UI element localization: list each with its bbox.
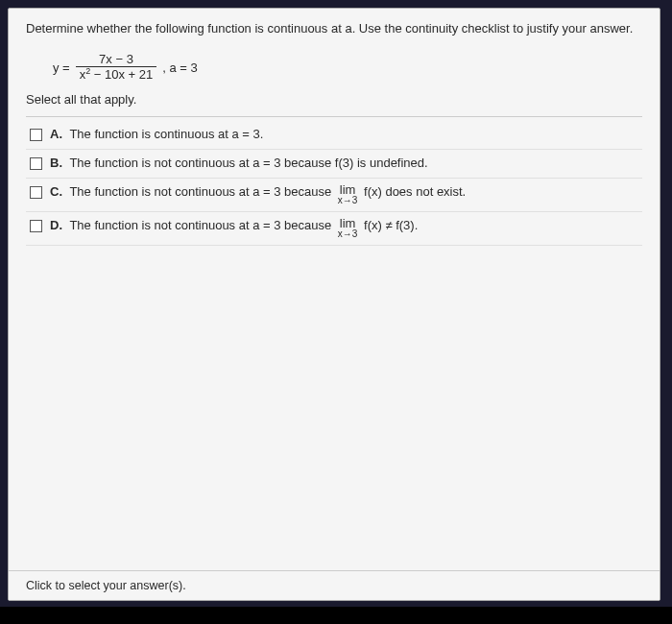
option-d[interactable]: D. The function is not continuous at a =… — [26, 212, 642, 246]
option-a-label: A. — [50, 127, 62, 141]
formula-numerator: 7x − 3 — [95, 53, 137, 66]
checkbox-icon[interactable] — [30, 186, 42, 199]
limit-notation: lim x→3 — [338, 218, 358, 239]
screen-bezel — [0, 607, 672, 624]
checkbox-icon[interactable] — [30, 220, 42, 232]
limit-notation: lim x→3 — [338, 184, 358, 205]
formula: y = 7x − 3 x2 − 10x + 21 , a = 3 — [53, 53, 642, 83]
formula-denominator: x2 − 10x + 21 — [76, 67, 157, 83]
select-all-text: Select all that apply. — [26, 92, 642, 107]
question-panel: Determine whether the following function… — [8, 8, 660, 601]
option-d-post: f(x) ≠ f(3). — [364, 218, 418, 232]
checkbox-icon[interactable] — [30, 157, 42, 170]
footer-instruction: Click to select your answer(s). — [9, 570, 660, 600]
option-c-pre: The function is not continuous at a = 3 … — [69, 184, 334, 199]
option-d-label: D. — [50, 218, 62, 232]
option-b-label: B. — [50, 156, 62, 170]
option-b[interactable]: B. The function is not continuous at a =… — [26, 150, 642, 179]
formula-fraction: 7x − 3 x2 − 10x + 21 — [76, 53, 157, 83]
option-c[interactable]: C. The function is not continuous at a =… — [26, 179, 642, 212]
formula-suffix: , a = 3 — [162, 60, 198, 75]
formula-lhs: y = — [53, 60, 70, 75]
option-b-text: The function is not continuous at a = 3 … — [69, 156, 427, 170]
option-c-post: f(x) does not exist. — [364, 184, 466, 199]
divider — [26, 116, 642, 117]
question-text: Determine whether the following function… — [26, 20, 642, 37]
option-a-text: The function is continuous at a = 3. — [69, 127, 263, 141]
option-c-label: C. — [50, 184, 62, 199]
checkbox-icon[interactable] — [30, 129, 42, 141]
option-d-pre: The function is not continuous at a = 3 … — [69, 218, 334, 232]
option-a[interactable]: A. The function is continuous at a = 3. — [26, 121, 642, 150]
